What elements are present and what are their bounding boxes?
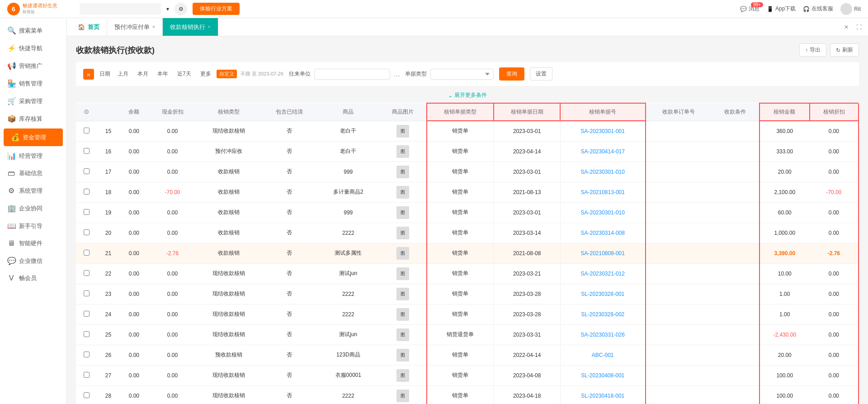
tab-home[interactable]: 🏠 首页 <box>71 18 107 36</box>
cell-receipt-condition <box>711 182 759 202</box>
message-badge: 99+ <box>751 2 763 7</box>
gear-button[interactable]: ⚙ <box>175 3 187 15</box>
cell-cancel-bill-no[interactable]: SA-20230331-026 <box>560 324 645 345</box>
tab-receipt[interactable]: 收款核销执行 × <box>163 18 218 36</box>
sidebar-item-basic[interactable]: 🗃 基础信息 <box>0 165 66 182</box>
last-month-btn[interactable]: 上月 <box>114 69 132 79</box>
cell-checkbox[interactable] <box>76 202 98 223</box>
partner-dots[interactable]: ... <box>394 70 400 78</box>
custom-date-badge[interactable]: 自定义 <box>217 70 237 78</box>
tab-close-prepaid[interactable]: × <box>152 24 155 29</box>
tab-prepaid[interactable]: 预付冲应付单 × <box>107 18 163 36</box>
cell-checkbox[interactable] <box>76 162 98 182</box>
cell-checkbox[interactable] <box>76 324 98 345</box>
cell-cancel-type: 收款核销 <box>196 182 261 202</box>
col-settings[interactable]: ⚙ <box>76 103 98 121</box>
cell-cancel-bill-no[interactable]: SA-20210813-001 <box>560 182 645 202</box>
sidebar-item-marketing[interactable]: 📢 营销推广 <box>0 57 66 75</box>
main-content: 🏠 首页 预付冲应付单 × 收款核销执行 × ✕ ⛶ 收款核销执行(按收款) <box>67 18 868 404</box>
cell-receipt-condition <box>711 243 759 263</box>
cell-cancel-bill-no[interactable]: SL-20230328-001 <box>560 284 645 304</box>
sidebar-item-quick-nav[interactable]: ⚡ 快捷导航 <box>0 39 66 57</box>
cell-cancel-bill-no[interactable]: SA-20230301-010 <box>560 202 645 223</box>
user-area[interactable]: Rit <box>840 3 861 15</box>
partner-input[interactable] <box>314 69 390 80</box>
online-service-button[interactable]: 🎧 在线客服 <box>803 5 833 13</box>
last-7-days-btn[interactable]: 近7天 <box>174 69 195 79</box>
cell-cancel-bill-no[interactable]: ABC-001 <box>560 345 645 365</box>
cell-balance: 0.00 <box>119 263 149 284</box>
sidebar-item-search[interactable]: 🔍 搜索菜单 <box>0 22 66 39</box>
cell-cancel-bill-no[interactable]: SA-20230414-017 <box>560 141 645 162</box>
message-button[interactable]: 💬 消息 99+ <box>740 5 760 13</box>
cell-cancel-bill-no[interactable]: SL-20230328-002 <box>560 304 645 324</box>
cell-checkbox[interactable] <box>76 121 98 141</box>
cell-cancel-discount: 0.00 <box>810 223 859 243</box>
expand-more-button[interactable]: ⌄ 展开更多条件 <box>448 91 487 99</box>
expand-window-button[interactable]: ⛶ <box>854 22 864 33</box>
filter-expand-button[interactable]: » <box>83 69 94 80</box>
box-icon: 📦 <box>7 114 15 123</box>
cell-include-settled: 否 <box>261 284 317 304</box>
sidebar-item-sales[interactable]: 🏪 销售管理 <box>0 75 66 92</box>
cell-checkbox[interactable] <box>76 345 98 365</box>
cell-checkbox[interactable] <box>76 223 98 243</box>
cell-checkbox[interactable] <box>76 243 98 263</box>
export-button[interactable]: ↑ 导出 <box>799 43 826 57</box>
top-search-area[interactable] <box>80 3 161 14</box>
cell-cancel-bill-no[interactable]: SA-20230321-012 <box>560 263 645 284</box>
sidebar-item-vip[interactable]: V 畅会员 <box>0 270 66 287</box>
cart-icon: 🛒 <box>7 97 15 105</box>
query-button[interactable]: 查询 <box>499 67 524 81</box>
more-date-btn[interactable]: 更多 <box>197 69 215 79</box>
sidebar-item-enterprise[interactable]: 🏢 企业协同 <box>0 200 66 217</box>
app-download-button[interactable]: 📱 App下载 <box>767 5 796 13</box>
cell-cancel-bill-no[interactable]: SA-20230301-010 <box>560 162 645 182</box>
bill-type-label: 单据类型 <box>405 70 427 78</box>
cell-receipt-condition <box>711 223 759 243</box>
table-settings-icon[interactable]: ⚙ <box>84 108 90 115</box>
solution-button[interactable]: 体验行业方案 <box>193 3 240 15</box>
filter-settings-button[interactable]: 设置 <box>530 67 552 81</box>
sidebar-item-hardware[interactable]: 🖥 智能硬件 <box>0 235 66 252</box>
bill-type-select[interactable] <box>430 69 494 80</box>
vip-icon: V <box>7 274 15 282</box>
cell-checkbox[interactable] <box>76 182 98 202</box>
sidebar-item-capital[interactable]: 💰 资金管理 <box>4 128 63 146</box>
sidebar-item-wechat[interactable]: 💬 企业微信 <box>0 252 66 270</box>
top-bar: 6 畅捷通谱好生意 标推版 ▾ ⚙ 体验行业方案 💬 消息 99+ 📱 App下… <box>0 0 868 18</box>
cell-index: 26 <box>98 345 119 365</box>
cell-checkbox[interactable] <box>76 365 98 385</box>
sidebar-item-guide[interactable]: 📖 新手引导 <box>0 217 66 235</box>
close-window-button[interactable]: ✕ <box>841 22 852 33</box>
this-month-btn[interactable]: 本月 <box>134 69 152 79</box>
cell-checkbox[interactable] <box>76 284 98 304</box>
cell-checkbox[interactable] <box>76 304 98 324</box>
cell-receipt-order-no <box>646 202 712 223</box>
col-product-image: 商品图片 <box>379 103 427 121</box>
cell-cancel-bill-no[interactable]: SA-20230314-008 <box>560 223 645 243</box>
settings-icon: ⚙ <box>7 186 15 195</box>
cell-cancel-amount: -2,430.00 <box>760 324 810 345</box>
cell-checkbox[interactable] <box>76 141 98 162</box>
sidebar-item-label: 新手引导 <box>19 222 42 230</box>
tab-close-receipt[interactable]: × <box>208 24 211 29</box>
cell-cancel-bill-no[interactable]: SL-20230418-001 <box>560 385 645 404</box>
dropdown-btn[interactable]: ▾ <box>166 6 169 12</box>
sidebar-item-operations[interactable]: 📊 经营管理 <box>0 147 66 165</box>
cell-checkbox[interactable] <box>76 263 98 284</box>
sidebar-item-purchase[interactable]: 🛒 采购管理 <box>0 92 66 110</box>
cell-checkbox[interactable] <box>76 385 98 404</box>
cell-receipt-order-no <box>646 141 712 162</box>
cell-product: 老白干 <box>318 121 379 141</box>
sidebar-item-system[interactable]: ⚙ 系统管理 <box>0 182 66 200</box>
col-receipt-condition: 收款条件 <box>711 103 759 121</box>
this-year-btn[interactable]: 本年 <box>154 69 172 79</box>
cell-cancel-bill-no[interactable]: SL-20230408-001 <box>560 365 645 385</box>
cell-cash-discount: 0.00 <box>149 324 196 345</box>
cell-product-image: 图 <box>379 385 427 404</box>
sidebar-item-inventory[interactable]: 📦 库存核算 <box>0 110 66 128</box>
refresh-button[interactable]: ↻ 刷新 <box>830 43 859 57</box>
cell-cancel-bill-no[interactable]: SA-20210808-001 <box>560 243 645 263</box>
cell-cancel-bill-no[interactable]: SA-20230301-001 <box>560 121 645 141</box>
